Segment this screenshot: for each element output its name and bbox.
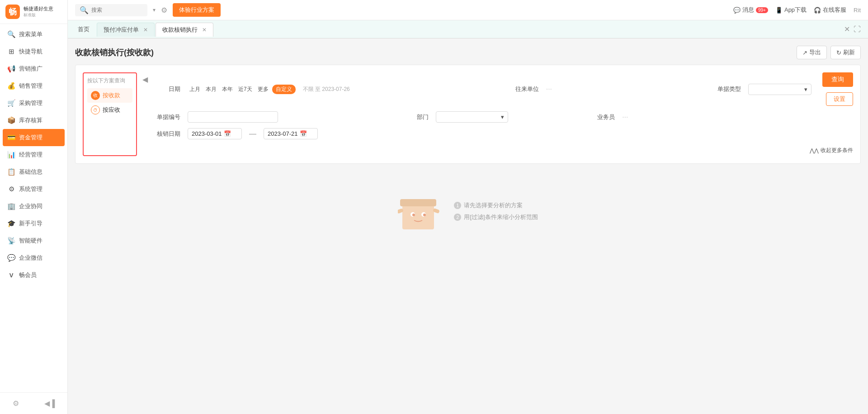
svg-rect-0 (402, 205, 434, 229)
sidebar-item-search-menu[interactable]: 🔍 搜索菜单 (0, 26, 67, 43)
refresh-btn[interactable]: ↻ 刷新 (830, 46, 861, 59)
export-btn[interactable]: ↗ 导出 (797, 46, 827, 59)
sidebar-item-member[interactable]: V 畅会员 (0, 266, 67, 284)
sidebar-item-label-operations: 经营管理 (19, 151, 42, 159)
date-quick-group: 上月 本月 本年 近7天 更多 自定义 不限 至 2023-07-26 (188, 85, 350, 94)
sidebar-item-wechat[interactable]: 💬 企业微信 (0, 249, 67, 266)
filter-option-by-receipt[interactable]: 收 按收款 (87, 88, 132, 103)
date-quick-7days[interactable]: 近7天 (236, 85, 254, 94)
tab-prepay[interactable]: 预付冲应付单 ✕ (97, 23, 155, 37)
tab-receipt[interactable]: 收款核销执行 ✕ (156, 23, 213, 37)
user-name[interactable]: Rit (854, 7, 861, 14)
app-logo-icon: 畅 (5, 5, 20, 19)
filter-collapse-btn[interactable]: ◀ (142, 72, 148, 156)
setting-btn[interactable]: 设置 (826, 92, 853, 106)
date-quick-more[interactable]: 更多 (256, 85, 270, 94)
empty-num-2: 2 (454, 214, 461, 221)
search-input[interactable] (91, 7, 137, 13)
calendar-start-icon[interactable]: 📅 (224, 130, 231, 137)
main-area: 🔍 ▾ ⚙ 体验行业方案 💬 消息 99+ 📱 App下载 🎧 在线客服 Rit (68, 0, 868, 414)
close-window-btn[interactable]: ✕ (844, 25, 850, 33)
sidebar-item-system[interactable]: ⚙ 系统管理 (0, 181, 67, 198)
sidebar-item-inventory[interactable]: 📦 库存核算 (0, 112, 67, 129)
sidebar-item-label-purchase: 采购管理 (19, 99, 42, 107)
query-btn[interactable]: 查询 (822, 72, 853, 87)
empty-num-1: 1 (454, 202, 461, 209)
sidebar-item-operations[interactable]: 📊 经营管理 (0, 146, 67, 163)
tab-receipt-close-icon[interactable]: ✕ (202, 27, 207, 33)
sidebar-item-enterprise[interactable]: 🏢 企业协同 (0, 198, 67, 215)
verify-date-start-input[interactable]: 2023-03-01 📅 (188, 128, 242, 139)
empty-hint-2-text: 用[过滤]条件来缩小分析范围 (464, 211, 538, 223)
sidebar-item-label-system: 系统管理 (19, 185, 42, 193)
guide-icon: 🎓 (7, 219, 15, 228)
doc-type-select[interactable]: ▾ (748, 84, 811, 95)
filter-row-3: 核销日期 2023-03-01 📅 — 2023-07-21 📅 (153, 128, 853, 139)
filter-sidebar: 按以下方案查询 收 按收款 ⏱ 按应收 (83, 72, 137, 156)
topbar-search-box[interactable]: 🔍 (75, 4, 147, 16)
sidebar-item-label-inventory: 库存核算 (19, 116, 42, 124)
sidebar-item-purchase[interactable]: 🛒 采购管理 (0, 95, 67, 112)
verify-date-end-input[interactable]: 2023-07-21 📅 (264, 128, 318, 139)
empty-box-svg (398, 191, 443, 232)
online-service-btn[interactable]: 🎧 在线客服 (814, 6, 846, 14)
refresh-icon: ↻ (836, 49, 841, 56)
sidebar-item-guide[interactable]: 🎓 新手引导 (0, 215, 67, 232)
collapse-sidebar-btn[interactable]: ◀▐ (42, 396, 57, 410)
message-icon: 💬 (733, 7, 741, 14)
date-range-text: 不限 至 2023-07-26 (303, 86, 350, 93)
counterpart-input[interactable]: ··· (546, 85, 552, 93)
wechat-icon: 💬 (7, 254, 15, 262)
sidebar-item-finance[interactable]: 💳 资金管理 (3, 129, 65, 146)
app-name-block: 畅捷通好生意 标准版 (24, 5, 53, 18)
trial-industry-btn[interactable]: 体验行业方案 (173, 3, 221, 17)
doc-type-chevron-icon: ▾ (804, 86, 807, 93)
collapse-more-conditions[interactable]: ⋀⋀ 收起更多条件 (153, 145, 853, 156)
search-icon: 🔍 (80, 6, 89, 14)
maximize-window-btn[interactable]: ⛶ (854, 25, 861, 33)
operations-icon: 📊 (7, 151, 15, 159)
sidebar-item-marketing[interactable]: 📢 营销推广 (0, 60, 67, 77)
sidebar-item-hardware[interactable]: 📡 智能硬件 (0, 232, 67, 249)
sidebar-item-label-basic-info: 基础信息 (19, 168, 42, 176)
sidebar-item-quick-nav[interactable]: ⊞ 快捷导航 (0, 43, 67, 60)
tab-prepay-close-icon[interactable]: ✕ (143, 27, 148, 33)
staff-label: 业务员 (588, 113, 615, 121)
dept-select[interactable]: ▾ (436, 111, 508, 123)
hardware-icon: 📡 (7, 237, 15, 245)
member-icon: V (7, 272, 15, 279)
sidebar-item-label-wechat: 企业微信 (19, 254, 42, 262)
app-download-btn[interactable]: 📱 App下载 (775, 6, 807, 14)
sidebar-item-label-marketing: 营销推广 (19, 65, 42, 73)
filter-option-by-receivable[interactable]: ⏱ 按应收 (87, 103, 132, 117)
app-edition: 标准版 (24, 12, 53, 18)
staff-input[interactable]: ··· (622, 113, 628, 121)
date-quick-last-month[interactable]: 上月 (188, 85, 202, 94)
doc-no-input[interactable] (188, 111, 278, 123)
topbar-gear-icon[interactable]: ⚙ (161, 6, 167, 14)
tab-home[interactable]: 首页 (71, 23, 96, 36)
sidebar-item-label-finance: 资金管理 (19, 133, 42, 142)
sidebar-nav: 🔍 搜索菜单 ⊞ 快捷导航 📢 营销推广 💰 销售管理 🛒 采购管理 📦 库存核… (0, 24, 67, 392)
collapse-more-label: 收起更多条件 (821, 147, 853, 154)
filter-row-1: 日期 上月 本月 本年 近7天 更多 自定义 不限 至 2023-07-26 (153, 72, 853, 106)
sales-icon: 💰 (7, 82, 15, 90)
calendar-end-icon[interactable]: 📅 (300, 130, 307, 137)
filter-sidebar-title: 按以下方案查询 (87, 77, 132, 85)
date-quick-this-year[interactable]: 本年 (220, 85, 235, 94)
filter-actions: 查询 设置 (819, 72, 853, 106)
sidebar-item-basic-info[interactable]: 📋 基础信息 (0, 163, 67, 181)
settings-bottom-btn[interactable]: ⚙ (10, 396, 22, 410)
date-quick-custom[interactable]: 自定义 (272, 85, 296, 94)
date-quick-btns: 上月 本月 本年 近7天 更多 自定义 (188, 85, 296, 94)
sidebar: 畅 畅捷通好生意 标准版 🔍 搜索菜单 ⊞ 快捷导航 📢 营销推广 💰 销售管理… (0, 0, 68, 414)
sidebar-item-label-hardware: 智能硬件 (19, 237, 42, 245)
system-icon: ⚙ (7, 185, 15, 193)
message-btn[interactable]: 💬 消息 99+ (733, 6, 768, 14)
topbar-chevron-icon[interactable]: ▾ (153, 7, 156, 13)
filter-option-label-by-receipt: 按收款 (103, 91, 120, 100)
sidebar-item-sales[interactable]: 💰 销售管理 (0, 77, 67, 95)
date-quick-this-month[interactable]: 本月 (204, 85, 218, 94)
sidebar-item-label-member: 畅会员 (19, 271, 37, 279)
doc-no-label: 单据编号 (153, 113, 180, 121)
